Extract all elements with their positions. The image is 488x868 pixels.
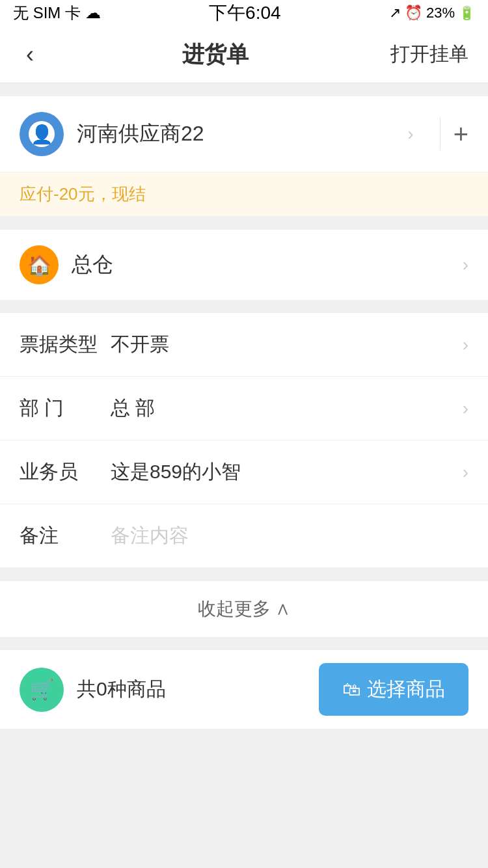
form-section: 票据类型 不开票 › 部 门 总 部 › 业务员 这是859的小智 › 备注 备… bbox=[0, 313, 488, 567]
battery-icon: 🔋 bbox=[459, 5, 475, 21]
page-content: 👤 河南供应商22 › + 应付-20元，现结 🏠 总仓 › 票据类型 不开票 … bbox=[0, 83, 488, 868]
alarm-icon: ⏰ bbox=[405, 5, 422, 21]
salesperson-row[interactable]: 业务员 这是859的小智 › bbox=[0, 441, 488, 504]
supplier-chevron-icon: › bbox=[407, 124, 413, 144]
status-bar: 无 SIM 卡 ☁ 下午6:04 ↗ ⏰ 23% 🔋 bbox=[0, 0, 488, 26]
warehouse-card: 🏠 总仓 › bbox=[0, 230, 488, 300]
collapse-row[interactable]: 收起更多 ∧ bbox=[0, 580, 488, 637]
status-left: 无 SIM 卡 ☁ bbox=[13, 3, 101, 23]
open-pending-button[interactable]: 打开挂单 bbox=[390, 41, 468, 68]
remarks-row[interactable]: 备注 备注内容 bbox=[0, 504, 488, 567]
battery-text: 23% bbox=[426, 5, 455, 21]
warehouse-icon-wrap: 🏠 bbox=[20, 245, 59, 284]
select-product-button[interactable]: 🛍 选择商品 bbox=[319, 663, 468, 716]
select-icon: 🛍 bbox=[342, 679, 360, 700]
remarks-label: 备注 bbox=[20, 522, 111, 549]
nav-bar: ‹ 进货单 打开挂单 bbox=[0, 26, 488, 83]
select-btn-label: 选择商品 bbox=[367, 676, 445, 703]
warehouse-name: 总仓 bbox=[72, 251, 463, 279]
salesperson-value: 这是859的小智 bbox=[111, 459, 463, 485]
collapse-label: 收起更多 ∧ bbox=[198, 597, 291, 621]
bottom-bar: 🛒 共0种商品 🛍 选择商品 bbox=[0, 650, 488, 729]
vertical-divider bbox=[440, 118, 441, 150]
add-supplier-button[interactable]: + bbox=[454, 120, 468, 149]
product-icon: 🛒 bbox=[30, 678, 54, 701]
section-gap-2 bbox=[0, 217, 488, 230]
signal-text: 无 SIM 卡 ☁ bbox=[13, 3, 101, 23]
status-time: 下午6:04 bbox=[209, 1, 281, 25]
warehouse-chevron-icon: › bbox=[463, 254, 468, 275]
supplier-avatar: 👤 bbox=[20, 112, 64, 156]
invoice-type-label: 票据类型 bbox=[20, 331, 111, 358]
supplier-name: 河南供应商22 bbox=[77, 120, 407, 148]
avatar-inner: 👤 bbox=[29, 121, 55, 147]
invoice-type-value: 不开票 bbox=[111, 331, 463, 358]
department-chevron-icon: › bbox=[463, 398, 468, 419]
product-count: 共0种商品 bbox=[77, 676, 306, 703]
notice-banner: 应付-20元，现结 bbox=[0, 172, 488, 217]
salesperson-chevron-icon: › bbox=[463, 462, 468, 483]
warehouse-icon: 🏠 bbox=[27, 254, 51, 277]
page-title: 进货单 bbox=[182, 40, 249, 70]
person-icon: 👤 bbox=[31, 124, 53, 145]
supplier-card: 👤 河南供应商22 › + 应付-20元，现结 bbox=[0, 96, 488, 217]
invoice-type-chevron-icon: › bbox=[463, 334, 468, 355]
product-icon-wrap: 🛒 bbox=[20, 668, 64, 712]
notice-text: 应付-20元，现结 bbox=[20, 184, 146, 204]
department-label: 部 门 bbox=[20, 395, 111, 422]
department-row[interactable]: 部 门 总 部 › bbox=[0, 377, 488, 441]
department-value: 总 部 bbox=[111, 395, 463, 422]
remarks-placeholder[interactable]: 备注内容 bbox=[111, 522, 468, 549]
section-gap-1 bbox=[0, 83, 488, 96]
status-right: ↗ ⏰ 23% 🔋 bbox=[389, 5, 475, 21]
salesperson-label: 业务员 bbox=[20, 459, 111, 485]
back-button[interactable]: ‹ bbox=[20, 34, 40, 75]
warehouse-row[interactable]: 🏠 总仓 › bbox=[0, 230, 488, 300]
invoice-type-row[interactable]: 票据类型 不开票 › bbox=[0, 313, 488, 377]
supplier-row[interactable]: 👤 河南供应商22 › + bbox=[0, 96, 488, 172]
location-icon: ↗ bbox=[389, 5, 401, 21]
